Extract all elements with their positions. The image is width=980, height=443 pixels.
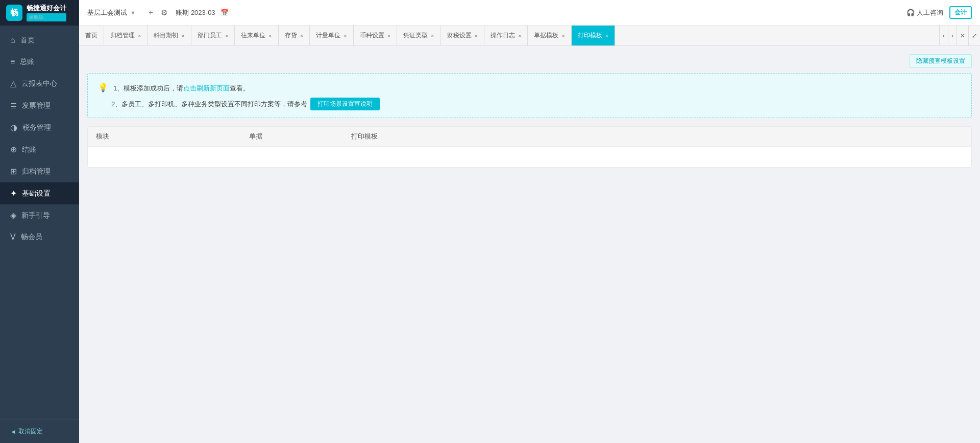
tab-oplog[interactable]: 操作日志 × [484, 26, 528, 45]
reports-icon: △ [10, 79, 16, 88]
tab-dept[interactable]: 部门员工 × [191, 26, 235, 45]
sidebar-item-home-label: 首页 [20, 36, 35, 45]
tab-voucher[interactable]: 凭证类型 × [397, 26, 440, 45]
tab-voucher-close-icon[interactable]: × [431, 33, 434, 39]
sidebar-item-settings[interactable]: ✦ 基础设置 [0, 182, 79, 204]
topbar: 基层工会测试 ▼ ＋ ⚙ 账期 2023-03 📅 🎧 人工咨询 会计 [79, 0, 980, 26]
table-body [88, 147, 971, 167]
tab-unit-close-icon[interactable]: × [344, 33, 347, 39]
sidebar-item-guide[interactable]: ◈ 新手引导 [0, 204, 79, 226]
sidebar-item-ledger[interactable]: ≡ 总账 [0, 51, 79, 73]
tab-close-all-btn[interactable]: ✕ [957, 26, 968, 46]
content-area: 隐藏预查模板设置 💡 1、模板添加成功后，请 点击刷新新页面 查看。 💡 2、多… [79, 46, 980, 443]
tab-receipt[interactable]: 单据模板 × [528, 26, 571, 45]
tabbar: 首页 归档管理 × 科目期初 × 部门员工 × 往来单位 × 存货 × 计量单位… [79, 26, 980, 46]
tab-dept-label: 部门员工 [198, 31, 222, 40]
topbar-actions: ＋ ⚙ [141, 8, 167, 17]
tab-dept-close-icon[interactable]: × [225, 33, 228, 39]
tab-supplier[interactable]: 往来单位 × [235, 26, 278, 45]
sidebar: 畅 畅捷通好会计 旗舰版 ⌂ 首页 ≡ 总账 △ 云报表中心 ≣ 发票管理 ◑ … [0, 0, 79, 443]
tab-taxsettings[interactable]: 财税设置 × [441, 26, 484, 45]
sidebar-item-invoice-label: 发票管理 [22, 101, 51, 110]
tab-print-close-icon[interactable]: × [605, 33, 608, 39]
tab-unit[interactable]: 计量单位 × [310, 26, 353, 45]
tab-inventory-close-icon[interactable]: × [300, 33, 303, 39]
tab-scroll-right-btn[interactable]: › [948, 26, 957, 46]
sidebar-nav: ⌂ 首页 ≡ 总账 △ 云报表中心 ≣ 发票管理 ◑ 税务管理 ⊕ 结账 ⊞ 归… [0, 26, 79, 419]
tax-icon: ◑ [10, 123, 17, 132]
company-name: 基层工会测试 [87, 8, 127, 17]
tab-currency-close-icon[interactable]: × [387, 33, 390, 39]
tab-taxsettings-close-icon[interactable]: × [475, 33, 478, 39]
sidebar-item-guide-label: 新手引导 [21, 211, 50, 220]
topbar-right: 🎧 人工咨询 会计 [906, 6, 972, 19]
service-label: 人工咨询 [917, 8, 943, 17]
print-template-table: 模块 单据 打印模板 [87, 126, 972, 168]
tab-currency[interactable]: 币种设置 × [354, 26, 397, 45]
tab-oplog-label: 操作日志 [491, 31, 515, 40]
tab-supplier-label: 往来单位 [241, 31, 265, 40]
tab-receipt-close-icon[interactable]: × [561, 33, 565, 39]
sidebar-item-tax[interactable]: ◑ 税务管理 [0, 116, 79, 138]
main-area: 基层工会测试 ▼ ＋ ⚙ 账期 2023-03 📅 🎧 人工咨询 会计 首页 归… [79, 0, 980, 443]
ledger-icon: ≡ [10, 57, 15, 66]
notice-refresh-link[interactable]: 点击刷新新页面 [183, 82, 230, 94]
sidebar-item-invoice[interactable]: ≣ 发票管理 [0, 95, 79, 116]
tab-supplier-close-icon[interactable]: × [268, 33, 272, 39]
notice-line1-prefix: 1、模板添加成功后，请 [113, 82, 183, 94]
tab-archive-close-icon[interactable]: × [138, 33, 141, 39]
tab-unit-label: 计量单位 [316, 31, 340, 40]
tab-print[interactable]: 打印模板 × [572, 26, 615, 45]
period-label: 账期 [176, 8, 189, 17]
sidebar-unpin[interactable]: ◄ 取消固定 [0, 419, 79, 443]
sidebar-item-close[interactable]: ⊕ 结账 [0, 138, 79, 160]
calendar-icon[interactable]: 📅 [220, 9, 229, 16]
tab-maximize-btn[interactable]: ⤢ [968, 26, 980, 46]
tab-inventory[interactable]: 存货 × [279, 26, 310, 45]
notice-line1-suffix: 查看。 [230, 82, 250, 94]
col-header-doc: 单据 [241, 132, 343, 141]
tab-subject[interactable]: 科目期初 × [148, 26, 191, 45]
tab-oplog-close-icon[interactable]: × [518, 33, 521, 39]
notice-row-1: 💡 1、模板添加成功后，请 点击刷新新页面 查看。 [98, 81, 961, 96]
settings-gear-icon[interactable]: ⚙ [161, 8, 167, 17]
tab-receipt-label: 单据模板 [534, 31, 558, 40]
tab-scroll-left-btn[interactable]: ‹ [939, 26, 948, 46]
tab-inventory-label: 存货 [285, 31, 297, 40]
company-selector[interactable]: 基层工会测试 ▼ [87, 8, 136, 17]
app-edition: 旗舰版 [27, 13, 66, 21]
app-logo-icon: 畅 [6, 5, 22, 21]
hide-preview-button[interactable]: 隐藏预查模板设置 [910, 54, 972, 68]
period-info: 账期 2023-03 📅 [176, 8, 229, 17]
tab-print-label: 打印模板 [578, 31, 602, 40]
home-icon: ⌂ [10, 36, 15, 45]
tab-home-label: 首页 [85, 31, 97, 40]
tab-home[interactable]: 首页 [79, 26, 104, 45]
service-button[interactable]: 🎧 人工咨询 [906, 8, 943, 17]
notice-box: 💡 1、模板添加成功后，请 点击刷新新页面 查看。 💡 2、多员工、多打印机、多… [87, 73, 972, 118]
print-scene-btn[interactable]: 打印场景设置宣说明 [310, 98, 380, 110]
period-value: 2023-03 [191, 9, 215, 16]
sidebar-item-reports-label: 云报表中心 [21, 79, 57, 88]
archive-icon: ⊞ [10, 167, 17, 176]
sidebar-logo: 畅 畅捷通好会计 旗舰版 [0, 0, 79, 26]
sidebar-item-member[interactable]: V 畅会员 [0, 226, 79, 248]
sidebar-item-reports[interactable]: △ 云报表中心 [0, 73, 79, 95]
settings-icon: ✦ [10, 189, 17, 198]
tab-voucher-label: 凭证类型 [403, 31, 428, 40]
logo-text-block: 畅捷通好会计 旗舰版 [27, 4, 66, 21]
bulb-icon: 💡 [98, 81, 108, 96]
tab-subject-close-icon[interactable]: × [181, 33, 184, 39]
member-icon: V [10, 232, 16, 242]
sidebar-item-member-label: 畅会员 [21, 232, 42, 242]
sidebar-item-archive[interactable]: ⊞ 归档管理 [0, 160, 79, 182]
table-header: 模块 单据 打印模板 [88, 127, 971, 147]
add-tab-icon[interactable]: ＋ [147, 8, 155, 17]
sidebar-item-settings-label: 基础设置 [22, 189, 51, 198]
account-badge[interactable]: 会计 [949, 6, 972, 19]
tab-archive[interactable]: 归档管理 × [104, 26, 148, 45]
notice-line2-prefix: 2、多员工、多打印机、多种业务类型设置不同打印方案等，请参考 [111, 98, 307, 110]
sidebar-item-archive-label: 归档管理 [22, 167, 51, 176]
sidebar-item-home[interactable]: ⌂ 首页 [0, 30, 79, 51]
headset-icon: 🎧 [906, 9, 915, 16]
